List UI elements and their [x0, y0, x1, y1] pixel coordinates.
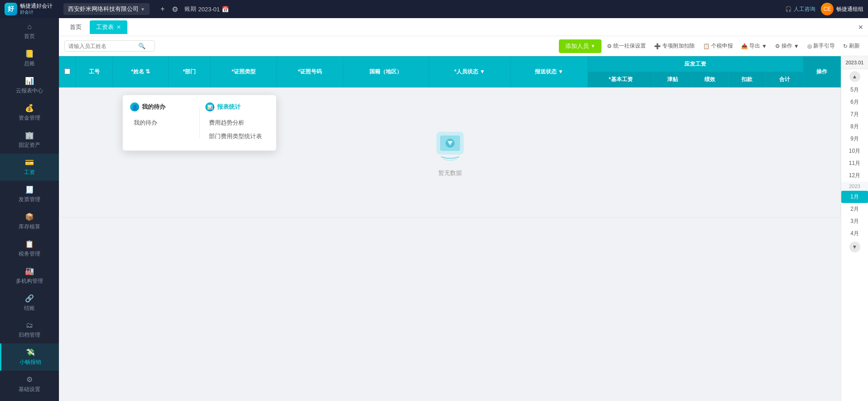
month-item-3[interactable]: 3月 — [841, 215, 868, 227]
month-item-10[interactable]: 10月 — [841, 145, 868, 157]
operate-button[interactable]: ⚙ 操作 ▼ — [772, 40, 802, 52]
month-item-8[interactable]: 8月 — [841, 121, 868, 133]
th-id-type: *证照类型 — [210, 57, 276, 87]
special-deduction-button[interactable]: ➕ 专项附加扣除 — [651, 40, 698, 52]
sidebar-item-basic[interactable]: ⚙ 基础设置 — [0, 371, 59, 398]
th-dept: *部门 — [168, 57, 210, 87]
export-chevron-icon: ▼ — [761, 43, 767, 49]
report-icon: 📊 — [25, 77, 34, 85]
guide-button[interactable]: ◎ 新手引导 — [805, 40, 838, 52]
guide-toolbar-icon: ◎ — [807, 43, 812, 49]
th-base-salary: *基本工资 — [587, 72, 654, 87]
sidebar-item-fixed[interactable]: 🏢 固定资产 — [0, 126, 59, 154]
th-report: 报送状态 ▼ — [510, 57, 587, 87]
operate-icon: ⚙ — [775, 43, 780, 49]
inventory-icon: 📦 — [25, 213, 34, 221]
export-button[interactable]: 📤 导出 ▼ — [738, 40, 770, 52]
tab-salary[interactable]: 工资表 ✕ — [90, 20, 127, 34]
service-button[interactable]: 🎧 人工咨询 — [785, 5, 815, 13]
dropdown-popup: 👤 我的待办 我的待办 📊 报表统计 费用趋势分析 部门费用类型统计表 — [122, 95, 276, 151]
refresh-button[interactable]: ↻ 刷新 — [840, 40, 863, 52]
sidebar-item-multi[interactable]: 🏭 多机构管理 — [0, 262, 59, 290]
sidebar-item-invoice[interactable]: 🧾 发票管理 — [0, 181, 59, 208]
company-selector[interactable]: 西安虾米网络科技有限公司 ▼ — [63, 3, 150, 15]
export-icon: 📤 — [741, 43, 748, 49]
sidebar: ⌂ 首页 📒 总账 📊 云报表中心 💰 资金管理 🏢 固定资产 💳 工资 🧾 发… — [0, 18, 59, 401]
add-chevron-icon: ▼ — [591, 43, 595, 48]
month-item-6[interactable]: 6月 — [841, 96, 868, 108]
sidebar-item-tax[interactable]: 📋 税务管理 — [0, 235, 59, 262]
popup-col-report: 📊 报表统计 费用趋势分析 部门费用类型统计表 — [205, 102, 269, 143]
month-item-11[interactable]: 11月 — [841, 157, 868, 169]
month-panel-header: 2023.01 — [841, 56, 868, 69]
th-deduction: 扣款 — [728, 72, 766, 87]
sidebar-item-settle[interactable]: 🔗 结账 — [0, 290, 59, 317]
month-nav-up[interactable]: ▲ — [849, 71, 860, 82]
select-all-checkbox[interactable] — [64, 68, 70, 74]
month-item-12[interactable]: 12月 — [841, 169, 868, 182]
th-operate: 操作 — [803, 57, 841, 87]
calendar-icon[interactable]: 📅 — [222, 6, 229, 13]
month-item-1[interactable]: 1月 — [841, 191, 868, 203]
content-area: 首页 工资表 ✕ ✕ 🔍 添加人员 ▼ ⚙ — [59, 18, 868, 401]
month-item-4[interactable]: 4月 — [841, 227, 868, 240]
popup-todo-header: 👤 我的待办 — [130, 102, 194, 111]
month-panel: 2023.01 ▲ 5月 6月 7月 8月 9月 10月 11月 12月 202… — [841, 56, 868, 401]
xiaochang-icon: 💸 — [26, 348, 35, 357]
sidebar-item-ledger[interactable]: 📒 总账 — [0, 45, 59, 72]
user-area[interactable]: CE 畅捷通组组 — [821, 3, 863, 15]
th-performance: 绩效 — [691, 72, 728, 87]
sidebar-item-archive[interactable]: 🗂 归档管理 — [0, 317, 59, 343]
search-input[interactable] — [68, 43, 136, 49]
report-header-icon: 📊 — [205, 102, 214, 111]
tab-close-icon[interactable]: ✕ — [116, 24, 121, 30]
th-checkbox[interactable] — [59, 57, 76, 87]
todo-header-icon: 👤 — [130, 102, 139, 111]
month-item-7[interactable]: 7月 — [841, 108, 868, 121]
settings-button[interactable]: ⚙ — [170, 3, 180, 15]
sidebar-item-salary[interactable]: 💳 工资 — [0, 154, 59, 181]
close-all-button[interactable]: ✕ — [858, 24, 863, 31]
tab-home[interactable]: 首页 — [63, 20, 88, 34]
month-item-2[interactable]: 2月 — [841, 203, 868, 215]
social-icon: ⚙ — [607, 43, 612, 49]
month-item-5[interactable]: 5月 — [841, 84, 868, 96]
empty-text: 暂无数据 — [438, 169, 462, 177]
month-item-9[interactable]: 9月 — [841, 133, 868, 145]
th-total: 合计 — [766, 72, 803, 87]
main-layout: ⌂ 首页 📒 总账 📊 云报表中心 💰 资金管理 🏢 固定资产 💳 工资 🧾 发… — [0, 18, 868, 401]
popup-item-todo[interactable]: 我的待办 — [130, 116, 194, 130]
popup-section: 👤 我的待办 我的待办 📊 报表统计 费用趋势分析 部门费用类型统计表 — [123, 95, 276, 150]
tax-report-button[interactable]: 📋 个税申报 — [700, 40, 736, 52]
th-country: 国籍（地区） — [343, 57, 429, 87]
month-nav-down[interactable]: ▼ — [849, 242, 860, 252]
tax-report-icon: 📋 — [703, 43, 710, 49]
user-name: 畅捷通组组 — [836, 5, 863, 13]
period-info: 账期 2023-01 📅 — [184, 5, 229, 13]
popup-divider — [199, 107, 200, 139]
popup-col-todo: 👤 我的待办 我的待办 — [130, 102, 194, 143]
top-header: 好 畅捷通好会计 好会计 西安虾米网络科技有限公司 ▼ + ⚙ 账期 2023-… — [0, 0, 868, 18]
th-number: 工号 — [76, 57, 113, 87]
add-person-button[interactable]: 添加人员 ▼ — [559, 39, 601, 53]
popup-item-expense-trend[interactable]: 费用趋势分析 — [205, 116, 269, 130]
special-icon: ➕ — [654, 43, 661, 49]
popup-report-header: 📊 报表统计 — [205, 102, 269, 111]
th-status: *人员状态 ▼ — [429, 57, 510, 87]
multi-icon: 🏭 — [25, 267, 34, 275]
avatar: CE — [821, 3, 834, 15]
sidebar-item-report[interactable]: 📊 云报表中心 — [0, 72, 59, 99]
sidebar-item-home[interactable]: ⌂ 首页 — [0, 18, 59, 45]
invoice-icon: 🧾 — [25, 185, 34, 194]
sidebar-item-finance[interactable]: 💰 资金管理 — [0, 99, 59, 126]
popup-item-dept-expense[interactable]: 部门费用类型统计表 — [205, 130, 269, 143]
th-salary-group: 应发工资 — [587, 57, 803, 72]
social-insurance-button[interactable]: ⚙ 统一社保设置 — [604, 40, 649, 52]
toolbar: 🔍 添加人员 ▼ ⚙ 统一社保设置 ➕ 专项附加扣除 📋 个税申报 — [59, 36, 868, 56]
add-button[interactable]: + — [159, 3, 166, 15]
basic-icon: ⚙ — [26, 375, 33, 384]
sidebar-item-guide[interactable]: ▶ 新手引导 — [0, 398, 59, 401]
sidebar-item-inventory[interactable]: 📦 库存核算 — [0, 208, 59, 235]
fixed-icon: 🏢 — [25, 131, 34, 140]
sidebar-item-xiaochang[interactable]: 💸 小畅报销 — [0, 343, 59, 371]
